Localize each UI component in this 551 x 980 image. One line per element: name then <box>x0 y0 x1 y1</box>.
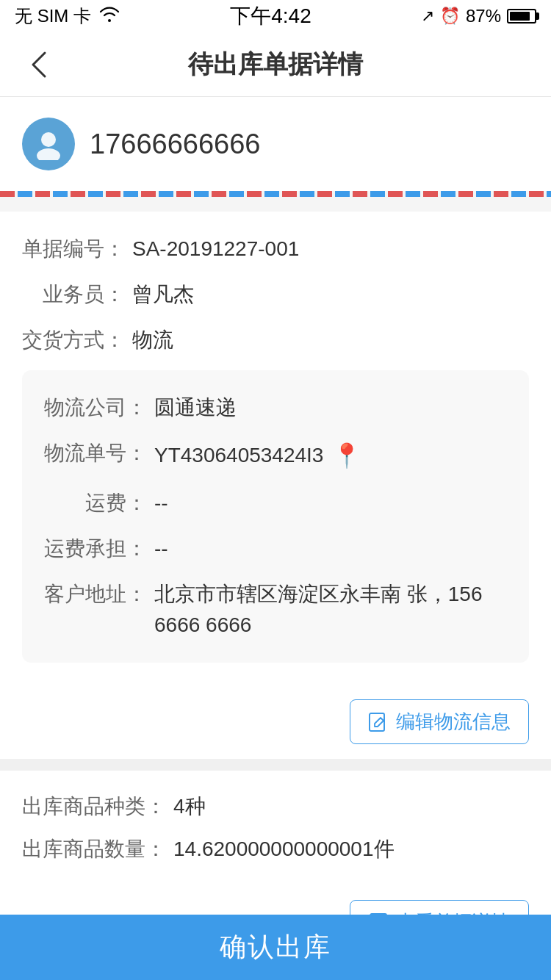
address-value: 北京市市辖区海淀区永丰南 张，156 6666 6666 <box>154 579 507 641</box>
confirm-outbound-button[interactable]: 确认出库 <box>220 929 331 965</box>
product-types-label: 出库商品种类： <box>22 793 166 821</box>
edit-logistics-button[interactable]: 编辑物流信息 <box>350 699 529 744</box>
delivery-method-row: 交货方式： 物流 <box>22 325 529 356</box>
logistics-card: 物流公司： 圆通速递 物流单号： YT43064053424I3 📍 运费： -… <box>22 370 529 663</box>
delivery-method-label: 交货方式： <box>22 325 125 356</box>
svg-point-0 <box>41 132 56 147</box>
avatar <box>22 118 75 170</box>
alarm-icon: ⏰ <box>440 7 460 26</box>
page-title: 待出库单据详情 <box>188 48 363 82</box>
salesperson-row: 业务员： 曾凡杰 <box>22 279 529 310</box>
freight-bearer-label: 运费承担： <box>44 533 147 564</box>
battery-icon <box>507 9 536 24</box>
order-info-section: 单据编号： SA-20191227-001 业务员： 曾凡杰 交货方式： 物流 … <box>0 212 551 685</box>
tracking-number-label: 物流单号： <box>44 438 147 469</box>
status-left: 无 SIM 卡 <box>15 4 120 28</box>
status-right: ↗ ⏰ 87% <box>421 6 536 26</box>
salesperson-value: 曾凡杰 <box>132 279 529 310</box>
freight-bearer-value: -- <box>154 533 507 564</box>
nav-bar: 待出库单据详情 <box>0 32 551 97</box>
product-quantity-label: 出库商品数量： <box>22 835 166 863</box>
back-button[interactable] <box>21 46 57 83</box>
freight-bearer-row: 运费承担： -- <box>44 533 507 564</box>
dashed-divider <box>0 191 551 197</box>
address-row: 客户地址： 北京市市辖区海淀区永丰南 张，156 6666 6666 <box>44 579 507 641</box>
gray-divider <box>0 759 551 771</box>
map-pin-icon[interactable]: 📍 <box>332 438 361 473</box>
product-types-value: 4种 <box>173 793 206 821</box>
customer-section: 17666666666 <box>0 97 551 191</box>
status-bar: 无 SIM 卡 下午4:42 ↗ ⏰ 87% <box>0 0 551 32</box>
product-types-row: 出库商品种类： 4种 <box>22 793 529 821</box>
time-display: 下午4:42 <box>230 2 311 30</box>
product-section: 出库商品种类： 4种 出库商品数量： 14.620000000000001件 <box>0 771 551 885</box>
logistics-company-value: 圆通速递 <box>154 392 507 423</box>
delivery-method-value: 物流 <box>132 325 529 356</box>
logistics-company-row: 物流公司： 圆通速递 <box>44 392 507 423</box>
edit-icon <box>368 712 389 732</box>
product-quantity-value: 14.620000000000001件 <box>173 835 395 863</box>
order-number-row: 单据编号： SA-20191227-001 <box>22 234 529 264</box>
carrier-text: 无 SIM 卡 <box>15 4 91 28</box>
main-content: 17666666666 单据编号： SA-20191227-001 业务员： 曾… <box>0 97 551 980</box>
logistics-company-label: 物流公司： <box>44 392 147 423</box>
battery-text: 87% <box>466 6 501 26</box>
freight-row: 运费： -- <box>44 488 507 519</box>
salesperson-label: 业务员： <box>22 279 125 310</box>
wifi-icon <box>98 6 120 26</box>
svg-point-1 <box>37 148 60 160</box>
tracking-number-row: 物流单号： YT43064053424I3 📍 <box>44 438 507 473</box>
confirm-btn-container: 确认出库 <box>0 915 551 980</box>
edit-btn-row: 编辑物流信息 <box>0 685 551 759</box>
order-number-label: 单据编号： <box>22 234 125 264</box>
order-number-value: SA-20191227-001 <box>132 234 529 264</box>
customer-phone: 17666666666 <box>90 129 260 160</box>
tracking-number-value: YT43064053424I3 📍 <box>154 438 507 473</box>
freight-label: 运费： <box>44 488 147 519</box>
location-status-icon: ↗ <box>421 7 434 26</box>
freight-value: -- <box>154 488 507 519</box>
address-label: 客户地址： <box>44 579 147 610</box>
product-quantity-row: 出库商品数量： 14.620000000000001件 <box>22 835 529 863</box>
